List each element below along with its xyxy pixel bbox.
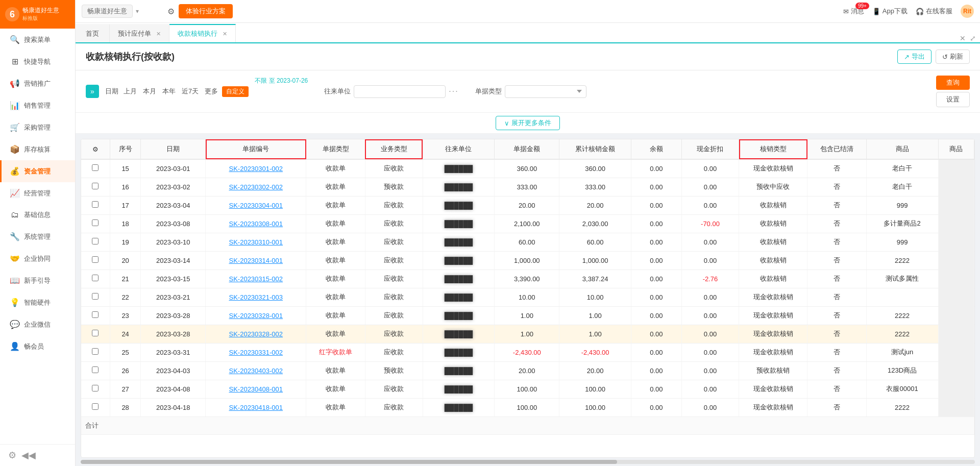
date-this-year-btn[interactable]: 本年 — [160, 86, 178, 97]
date-custom-btn[interactable]: 自定义 — [222, 86, 249, 97]
cell-check[interactable] — [81, 251, 110, 269]
sidebar-item-guide[interactable]: 📖新手引导 — [0, 269, 75, 291]
cell-biztype: 应收款 — [365, 233, 423, 251]
sidebar-item-label: 畅会员 — [24, 342, 44, 351]
row-checkbox[interactable] — [92, 219, 99, 226]
th-gear[interactable]: ⚙ — [81, 139, 110, 159]
row-checkbox[interactable] — [92, 293, 99, 300]
sidebar-item-search[interactable]: 🔍搜索菜单 — [0, 29, 75, 51]
partner-filter-input[interactable] — [354, 85, 446, 98]
sidebar-item-market[interactable]: 📢营销推广 — [0, 72, 75, 94]
cell-docno[interactable]: SK-20230310-001 — [206, 233, 306, 251]
row-checkbox[interactable] — [92, 330, 99, 336]
dropdown-chevron-icon[interactable]: ▾ — [136, 8, 139, 15]
cell-docno[interactable]: SK-20230418-001 — [206, 398, 306, 416]
cell-docno[interactable]: SK-20230403-002 — [206, 361, 306, 380]
tab-writeoff-close-icon[interactable]: ✕ — [223, 31, 227, 37]
row-checkbox[interactable] — [92, 348, 99, 355]
sidebar-item-nav[interactable]: ⊞快捷导航 — [0, 51, 75, 72]
topbar-gear-icon[interactable]: ⚙ — [167, 7, 175, 16]
cell-discount: 0.00 — [681, 178, 739, 196]
message-btn[interactable]: ✉ 消息 99+ — [843, 7, 864, 16]
cell-check[interactable] — [81, 398, 110, 416]
avatar[interactable]: Rit — [961, 5, 974, 18]
sidebar-item-wechat[interactable]: 💬企业微信 — [0, 313, 75, 335]
cell-docno[interactable]: SK-20230304-001 — [206, 196, 306, 214]
row-checkbox[interactable] — [92, 385, 99, 391]
collapse-icon[interactable]: ◀◀ — [21, 450, 36, 461]
row-checkbox[interactable] — [92, 366, 99, 373]
sidebar-item-finance[interactable]: 💰资金管理 — [0, 160, 75, 182]
sidebar-item-member[interactable]: 👤畅会员 — [0, 335, 75, 357]
cell-check[interactable] — [81, 233, 110, 251]
cell-check[interactable] — [81, 288, 110, 306]
cell-docno[interactable]: SK-20230302-002 — [206, 178, 306, 196]
cell-goods — [866, 288, 938, 306]
row-checkbox[interactable] — [92, 311, 99, 318]
sidebar-item-biz[interactable]: 📈经营管理 — [0, 182, 75, 204]
cell-check[interactable] — [81, 214, 110, 233]
table-row: 16 2023-03-02 SK-20230302-002 收款单 预收款 ██… — [81, 178, 974, 196]
tab-prepay[interactable]: 预计应付单 ✕ — [110, 24, 169, 42]
row-checkbox[interactable] — [92, 201, 99, 208]
tab-prepay-close-icon[interactable]: ✕ — [156, 31, 161, 37]
biz-icon: 📈 — [10, 188, 20, 198]
row-checkbox[interactable] — [92, 403, 99, 410]
cell-writetype: 收款核销 — [739, 214, 807, 233]
tab-expand-icon[interactable]: ⤢ — [970, 34, 976, 42]
row-checkbox[interactable] — [92, 275, 99, 281]
row-checkbox[interactable] — [92, 256, 99, 263]
cell-docno[interactable]: SK-20230315-002 — [206, 269, 306, 288]
filter-toggle-btn[interactable]: » — [86, 85, 99, 98]
expand-more-btn[interactable]: ∨ 展开更多条件 — [496, 116, 560, 130]
date-this-month-btn[interactable]: 本月 — [141, 86, 158, 97]
online-service-btn[interactable]: 🎧 在线客服 — [916, 7, 952, 16]
sidebar-item-sales[interactable]: 📊销售管理 — [0, 94, 75, 116]
cell-docno[interactable]: SK-20230328-001 — [206, 306, 306, 325]
refresh-btn[interactable]: ↺ 刷新 — [936, 50, 970, 64]
partner-dots-icon[interactable]: ··· — [449, 87, 458, 96]
row-checkbox[interactable] — [92, 164, 99, 171]
date-last-month-btn[interactable]: 上月 — [121, 86, 139, 97]
cell-docno[interactable]: SK-20230328-002 — [206, 325, 306, 343]
setting-btn[interactable]: 设置 — [936, 92, 970, 107]
horizontal-scrollbar[interactable] — [81, 460, 975, 464]
date-more-btn[interactable]: 更多 — [203, 86, 220, 97]
sidebar-item-sys[interactable]: 🔧系统管理 — [0, 226, 75, 248]
cell-check[interactable] — [81, 159, 110, 178]
sidebar-item-base[interactable]: 🗂基础信息 — [0, 204, 75, 226]
doctype-filter-select[interactable] — [505, 85, 586, 98]
settings-icon[interactable]: ⚙ — [8, 450, 16, 461]
query-btn[interactable]: 查询 — [936, 76, 970, 90]
cell-docno[interactable]: SK-20230301-002 — [206, 159, 306, 178]
row-checkbox[interactable] — [92, 238, 99, 244]
cell-docno[interactable]: SK-20230321-003 — [206, 288, 306, 306]
cell-check[interactable] — [81, 343, 110, 361]
date-7days-btn[interactable]: 近7天 — [180, 86, 201, 97]
export-btn[interactable]: ↗ 导出 — [897, 50, 932, 64]
cell-check[interactable] — [81, 325, 110, 343]
cell-date: 2023-03-14 — [141, 251, 206, 269]
cell-docno[interactable]: SK-20230314-001 — [206, 251, 306, 269]
cell-check[interactable] — [81, 306, 110, 325]
industry-btn[interactable]: 体验行业方案 — [179, 4, 233, 18]
tab-home[interactable]: 首页 — [76, 24, 110, 42]
row-checkbox[interactable] — [92, 183, 99, 189]
sidebar-item-stock[interactable]: 📦库存核算 — [0, 138, 75, 160]
cell-check[interactable] — [81, 380, 110, 398]
cell-check[interactable] — [81, 178, 110, 196]
cell-check[interactable] — [81, 269, 110, 288]
cell-docno[interactable]: SK-20230331-002 — [206, 343, 306, 361]
tab-writeoff[interactable]: 收款核销执行 ✕ — [169, 24, 236, 42]
cell-check[interactable] — [81, 361, 110, 380]
sidebar-item-corp[interactable]: 🤝企业协同 — [0, 248, 75, 269]
tab-close-all-icon[interactable]: ✕ — [960, 34, 966, 42]
cell-docno[interactable]: SK-20230408-001 — [206, 380, 306, 398]
cell-docno[interactable]: SK-20230308-001 — [206, 214, 306, 233]
sidebar-item-purchase[interactable]: 🛒采购管理 — [0, 116, 75, 138]
sidebar-item-device[interactable]: 💡智能硬件 — [0, 291, 75, 313]
cell-balance: 0.00 — [631, 398, 682, 416]
cell-partner: ██████ — [423, 178, 495, 196]
cell-check[interactable] — [81, 196, 110, 214]
app-download-btn[interactable]: 📱 App下载 — [872, 7, 908, 16]
